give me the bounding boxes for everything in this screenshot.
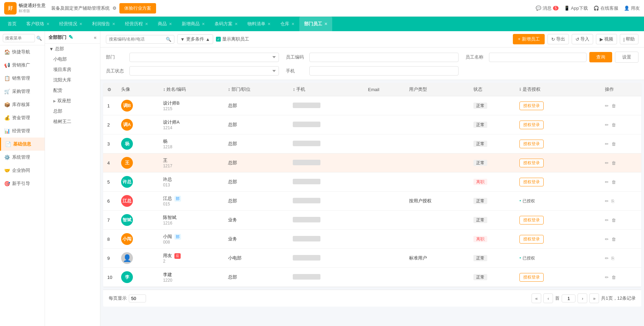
last-page-button[interactable]: » <box>589 293 599 303</box>
delete-icon[interactable]: 🗑 <box>611 218 616 223</box>
export-button[interactable]: ↻ 导出 <box>547 34 569 44</box>
dept-item-planting[interactable]: 植树王二 <box>45 116 100 127</box>
sidebar-item-guide[interactable]: 🎯 新手引导 <box>0 177 45 190</box>
sidebar-item-sales[interactable]: 📋 销售管理 <box>0 72 45 85</box>
edit-icon[interactable]: ✏ <box>605 275 609 280</box>
sidebar-item-basic[interactable]: 📄 基础信息 <box>0 138 45 151</box>
auth-login-button[interactable]: 授权登录 <box>519 235 544 244</box>
sidebar-item-finance[interactable]: 💰 资金管理 <box>0 111 45 124</box>
sidebar-item-purchase[interactable]: 🛒 采购管理 <box>0 85 45 98</box>
tab-bom[interactable]: 物料清单 ✕ <box>243 17 275 31</box>
per-page-select[interactable]: 50 20 100 <box>129 294 146 302</box>
tab-operations[interactable]: 经营情况 ✕ <box>54 17 87 31</box>
close-icon[interactable]: ✕ <box>169 22 172 26</box>
search-input[interactable] <box>109 37 164 42</box>
close-icon[interactable]: ✕ <box>202 22 205 26</box>
sidebar-item-marketing[interactable]: 📢 营销推广 <box>0 59 45 72</box>
edit-icon[interactable]: ✏ <box>605 256 609 261</box>
emp-status-select[interactable] <box>129 66 279 76</box>
dept-item-distribution[interactable]: 配货 <box>45 85 100 96</box>
view-button[interactable]: ▶ 视频 <box>596 34 617 44</box>
first-page-button[interactable]: « <box>532 293 541 303</box>
app-download-btn[interactable]: 📱 App下载 <box>564 5 588 11</box>
prev-page-button[interactable]: ‹ <box>543 293 553 303</box>
edit-icon[interactable]: ✏ <box>605 237 609 242</box>
query-button[interactable]: 查询 <box>589 52 612 62</box>
sidebar-item-system[interactable]: ⚙️ 系统管理 <box>0 151 45 164</box>
edit-icon[interactable]: ✏ <box>605 141 609 147</box>
sidebar-search-input[interactable] <box>3 34 35 42</box>
add-employee-button[interactable]: + 新增员工 <box>513 34 544 44</box>
close-icon[interactable]: ✕ <box>112 22 115 26</box>
tab-home[interactable]: 首页 <box>3 17 21 31</box>
close-icon[interactable]: ✕ <box>235 22 238 26</box>
user-avatar[interactable]: 👤 用友 <box>624 5 640 11</box>
tab-customer[interactable]: 客户联络 ✕ <box>21 17 54 31</box>
edit-icon[interactable]: ✏ <box>605 160 609 166</box>
search-icon[interactable]: 🔍 <box>166 37 171 42</box>
auth-login-button[interactable]: 授权登录 <box>519 216 544 224</box>
dept-item-small-elec[interactable]: 小电部 <box>45 54 100 64</box>
delete-icon[interactable]: 🗑 <box>611 160 616 166</box>
tab-history[interactable]: 经营历程 ✕ <box>120 17 153 31</box>
auth-login-button[interactable]: 授权登录 <box>519 102 544 110</box>
tab-add-goods[interactable]: 新增商品 ✕ <box>177 17 210 31</box>
th-gear[interactable]: ⚙ <box>103 83 117 96</box>
edit-icon[interactable]: ✏ <box>605 103 609 108</box>
delete-icon[interactable]: 🗑 <box>611 179 616 185</box>
edit-dept-icon[interactable]: ✎ <box>69 34 73 41</box>
delete-icon[interactable]: 🗑 <box>611 275 616 280</box>
sidebar-item-quicknav[interactable]: 🏠 快捷导航 <box>0 45 45 59</box>
close-icon[interactable]: ✕ <box>291 22 294 26</box>
tab-goods[interactable]: 商品 ✕ <box>153 17 177 31</box>
copy-icon[interactable]: ⎘ <box>611 199 614 204</box>
delete-icon[interactable]: 🗑 <box>611 122 616 127</box>
close-icon[interactable]: ✕ <box>79 22 82 26</box>
dept-item-shenyang[interactable]: 沈阳大库 <box>45 75 100 85</box>
th-dept[interactable]: ↕ 部门/职位 <box>224 83 289 96</box>
auth-login-button[interactable]: 授权登录 <box>519 140 544 148</box>
tab-profit[interactable]: 利润报告 ✕ <box>87 17 120 31</box>
sidebar-item-collab[interactable]: 🤝 企业协同 <box>0 164 45 177</box>
auth-login-button[interactable]: 授权登录 <box>519 273 544 282</box>
delete-icon[interactable]: 🗑 <box>611 237 616 242</box>
phone-input[interactable] <box>309 66 459 76</box>
edit-icon[interactable]: ✏ <box>605 122 609 127</box>
sidebar-item-business[interactable]: 📊 经营管理 <box>0 124 45 138</box>
auth-login-button[interactable]: 授权登录 <box>519 178 544 186</box>
dept-item-hq2[interactable]: 总部 <box>45 106 100 116</box>
close-icon[interactable]: ✕ <box>145 22 148 26</box>
dept-filter-select[interactable] <box>129 53 279 62</box>
edit-icon[interactable]: ✏ <box>605 179 609 185</box>
dept-item-project[interactable]: 项目库房 <box>45 64 100 75</box>
close-icon[interactable]: ✕ <box>46 22 49 26</box>
tab-department[interactable]: 部门员工 ✕ <box>299 17 332 31</box>
help-button[interactable]: | 帮助 <box>620 34 638 44</box>
next-page-button[interactable]: › <box>578 293 587 303</box>
online-service-btn[interactable]: 🎧 在线客服 <box>593 5 618 11</box>
gear-icon[interactable]: ⚙ <box>112 6 117 11</box>
tab-warehouse[interactable]: 仓库 ✕ <box>275 17 299 31</box>
show-resigned-toggle[interactable]: ✓ 显示离职员工 <box>216 36 249 42</box>
dept-item-shuangzuo[interactable]: ▶ 双座想 <box>45 96 100 106</box>
th-name[interactable]: ↕ 姓名/编码 <box>159 83 224 96</box>
emp-code-input[interactable] <box>309 53 459 62</box>
close-icon[interactable]: ✕ <box>324 22 327 26</box>
trial-button[interactable]: 体验行业方案 <box>119 3 156 14</box>
collapse-icon[interactable]: « <box>94 35 97 40</box>
edit-icon[interactable]: ✏ <box>605 218 609 223</box>
emp-name-input[interactable] <box>489 53 587 62</box>
th-phone[interactable]: ↕ 手机 <box>289 83 364 96</box>
sidebar-item-inventory[interactable]: 📦 库存核算 <box>0 98 45 111</box>
dept-item-headquarters[interactable]: ▼ 总部 <box>45 44 100 54</box>
tab-barcode[interactable]: 条码方案 ✕ <box>210 17 243 31</box>
settings-icon[interactable]: ⚙ <box>107 87 111 92</box>
edit-icon[interactable]: ✏ <box>605 199 609 204</box>
delete-icon[interactable]: 🗑 <box>611 141 616 147</box>
more-filter-btn[interactable]: ▼ 更多条件 ▲ <box>177 34 213 44</box>
delete-icon[interactable]: 🗑 <box>611 103 616 108</box>
sidebar-search-icon[interactable]: 🔍 <box>36 36 42 41</box>
message-btn[interactable]: 💬 消息 5 <box>536 5 559 11</box>
auth-login-button[interactable]: 授权登录 <box>519 121 544 129</box>
auth-login-button[interactable]: 授权登录 <box>519 159 544 167</box>
